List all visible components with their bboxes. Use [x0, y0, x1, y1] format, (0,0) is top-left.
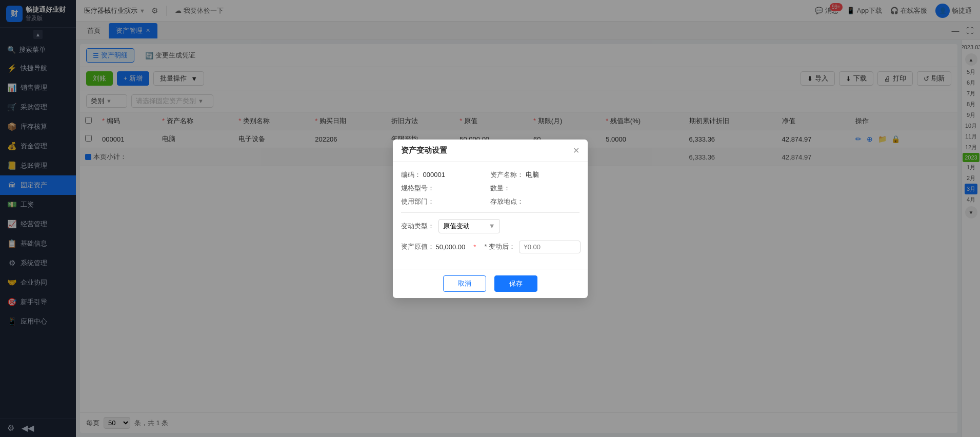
modal-dept-field: 使用部门： [401, 197, 490, 206]
modal-close-icon[interactable]: ✕ [573, 146, 579, 155]
modal-spec-field: 规格型号： [401, 184, 490, 193]
modal-header: 资产变动设置 ✕ [393, 140, 588, 162]
modal-change-type-value: 原值变动 [443, 222, 470, 231]
modal-overlay: 资产变动设置 ✕ 编码： 000001 资产名称： 电脑 规格型号： 数量： [0, 0, 980, 437]
modal-code-label: 编码： [401, 170, 421, 180]
modal-code-field: 编码： 000001 [401, 170, 490, 180]
modal-asset-name-value: 电脑 [526, 170, 539, 180]
modal-title: 资产变动设置 [401, 146, 447, 155]
modal-footer: 取消 保存 [393, 269, 588, 298]
modal-spec-label: 规格型号： [401, 184, 434, 193]
modal-asset-name-field: 资产名称： 电脑 [490, 170, 579, 180]
modal-after-change-input[interactable] [519, 241, 581, 253]
modal-cancel-btn[interactable]: 取消 [443, 275, 486, 292]
change-type-arrow-icon: ▼ [489, 222, 495, 230]
modal-location-label: 存放地点： [490, 197, 524, 206]
modal-save-btn[interactable]: 保存 [494, 275, 537, 292]
modal-quantity-label: 数量： [490, 184, 510, 193]
asset-change-modal: 资产变动设置 ✕ 编码： 000001 资产名称： 电脑 规格型号： 数量： [393, 140, 588, 298]
modal-code-value: 000001 [423, 171, 445, 178]
modal-quantity-field: 数量： [490, 184, 579, 193]
modal-change-type-select[interactable]: 原值变动 ▼ [438, 219, 500, 233]
modal-asset-value-field: 资产原值： 50,000.00 * * 变动后： [401, 241, 579, 253]
modal-asset-name-label: 资产名称： [490, 170, 524, 180]
modal-change-type-field: 变动类型： 原值变动 ▼ [401, 219, 579, 233]
modal-info-grid: 编码： 000001 资产名称： 电脑 规格型号： 数量： 使用部门： [401, 170, 579, 206]
modal-dept-label: 使用部门： [401, 197, 434, 206]
modal-location-field: 存放地点： [490, 197, 579, 206]
modal-asset-value: 50,000.00 [436, 243, 466, 251]
modal-required-star: * [473, 243, 476, 251]
modal-after-change-label: * 变动后： [484, 242, 515, 251]
modal-body: 编码： 000001 资产名称： 电脑 规格型号： 数量： 使用部门： [393, 162, 588, 269]
modal-change-type-label: 变动类型： [401, 222, 434, 231]
modal-asset-value-label: 资产原值： [401, 242, 432, 251]
modal-divider [401, 212, 579, 213]
